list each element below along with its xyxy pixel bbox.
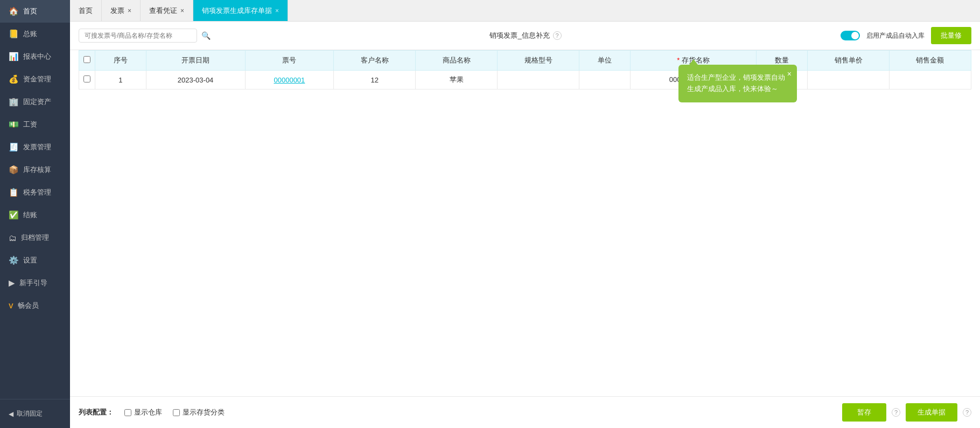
table-row: 1 2023-03-04 00000001 12 苹果 000001 苹果 个 … (79, 71, 971, 89)
tab-inventory-slip-close[interactable]: × (275, 7, 279, 15)
sidebar-item-archive[interactable]: 🗂 归档管理 (0, 226, 70, 249)
settings-icon: ⚙️ (9, 256, 19, 265)
footer-left: 列表配置： 显示仓库 显示存货分类 (79, 408, 225, 417)
checkout-icon: ✅ (9, 210, 19, 220)
toolbar-center: 销项发票_信息补充 ? (489, 31, 561, 40)
sidebar-item-funds[interactable]: 💰 资金管理 (0, 68, 70, 91)
sidebar-item-assets[interactable]: 🏢 固定资产 (0, 91, 70, 113)
cell-spec (498, 71, 579, 89)
cell-product: 苹果 (416, 71, 498, 89)
save-button[interactable]: 暂存 (842, 403, 886, 422)
cell-seq: 1 (95, 71, 146, 89)
toolbar-right: 启用产成品自动入库 批量修 (841, 27, 971, 44)
tab-inventory-slip[interactable]: 销项发票生成库存单据 × (193, 0, 288, 21)
cell-unit-price (808, 71, 890, 89)
sidebar-bottom: ◀ 取消固定 (0, 399, 70, 428)
sidebar-item-tax[interactable]: 📋 税务管理 (0, 181, 70, 204)
vip-icon: V (9, 302, 13, 310)
cancel-fixed-button[interactable]: ◀ 取消固定 (0, 404, 70, 424)
sidebar-item-inventory[interactable]: 📦 库存核算 (0, 158, 70, 181)
tab-voucher-close[interactable]: × (180, 7, 184, 15)
generate-button[interactable]: 生成单据 (906, 403, 957, 422)
reports-icon: 📊 (9, 52, 19, 61)
col-product: 商品名称 (416, 51, 498, 71)
batch-edit-button[interactable]: 批量修 (931, 27, 971, 44)
search-input[interactable] (79, 29, 197, 43)
cell-amount (889, 71, 971, 89)
tab-voucher[interactable]: 查看凭证 × (141, 0, 193, 21)
page-content: 🔍 销项发票_信息补充 ? 启用产成品自动入库 批量修 (70, 22, 980, 428)
main-content: 首页 发票 × 查看凭证 × 销项发票生成库存单据 × 🔍 销项发票_信息补充 … (70, 0, 980, 428)
select-all-checkbox[interactable] (83, 56, 90, 63)
tax-icon: 📋 (9, 188, 19, 197)
col-customer: 客户名称 (334, 51, 416, 71)
col-unit: 单位 (579, 51, 631, 71)
tab-invoice-close[interactable]: × (128, 7, 131, 15)
cell-unit (579, 71, 631, 89)
sidebar: 🏠 首页 📒 总账 📊 报表中心 💰 资金管理 🏢 固定资产 💵 工资 🧾 发票… (0, 0, 70, 428)
archive-icon: 🗂 (9, 233, 17, 243)
row-checkbox[interactable] (83, 75, 90, 82)
table-container: 序号 开票日期 票号 客户名称 商品名称 规格型号 单位 存货名称 数量 销售单… (70, 50, 980, 396)
assets-icon: 🏢 (9, 97, 19, 107)
cell-date: 2023-03-04 (146, 71, 245, 89)
sidebar-item-reports[interactable]: 📊 报表中心 (0, 45, 70, 68)
data-table: 序号 开票日期 票号 客户名称 商品名称 规格型号 单位 存货名称 数量 销售单… (79, 50, 971, 89)
cell-ticket-no[interactable]: 00000001 (245, 71, 334, 89)
sidebar-item-ledger[interactable]: 📒 总账 (0, 23, 70, 45)
generate-help-icon[interactable]: ? (963, 408, 971, 417)
col-date: 开票日期 (146, 51, 245, 71)
funds-icon: 💰 (9, 74, 19, 84)
footer-right: 暂存 ? 生成单据 ? (842, 403, 971, 422)
search-icon: 🔍 (201, 31, 211, 40)
cell-customer: 12 (334, 71, 416, 89)
col-ticket-no: 票号 (245, 51, 334, 71)
sidebar-item-salary[interactable]: 💵 工资 (0, 113, 70, 136)
col-spec: 规格型号 (498, 51, 579, 71)
toolbar-left: 🔍 (79, 29, 211, 43)
show-category-checkbox[interactable] (173, 409, 180, 416)
col-seq: 序号 (95, 51, 146, 71)
show-warehouse-checkbox[interactable] (124, 409, 131, 416)
guide-icon: ▶ (9, 278, 15, 288)
tooltip-arrow (689, 59, 698, 65)
sidebar-item-checkout[interactable]: ✅ 结账 (0, 204, 70, 226)
sidebar-item-home[interactable]: 🏠 首页 (0, 0, 70, 23)
info-help-icon[interactable]: ? (553, 31, 562, 40)
ledger-icon: 📒 (9, 29, 19, 39)
tab-home[interactable]: 首页 (70, 0, 102, 21)
toolbar: 🔍 销项发票_信息补充 ? 启用产成品自动入库 批量修 (70, 22, 980, 50)
cancel-fixed-icon: ◀ (9, 410, 13, 418)
tooltip-overlay: × 适合生产型企业，销项发票自动生成产成品入库，快来体验～ (678, 65, 797, 102)
save-help-icon[interactable]: ? (892, 408, 900, 417)
sidebar-item-settings[interactable]: ⚙️ 设置 (0, 249, 70, 272)
home-icon: 🏠 (9, 6, 19, 16)
footer: 列表配置： 显示仓库 显示存货分类 暂存 ? 生成单据 ? (70, 396, 980, 428)
select-all-header[interactable] (79, 51, 95, 71)
sidebar-item-guide[interactable]: ▶ 新手引导 (0, 272, 70, 294)
tab-invoice[interactable]: 发票 × (102, 0, 141, 21)
invoice-mgmt-icon: 🧾 (9, 142, 19, 152)
salary-icon: 💵 (9, 120, 19, 129)
inventory-icon: 📦 (9, 165, 19, 175)
show-warehouse-item: 显示仓库 (124, 408, 162, 417)
auto-storage-toggle[interactable] (841, 31, 860, 40)
show-category-item: 显示存货分类 (173, 408, 225, 417)
col-unit-price: 销售单价 (808, 51, 890, 71)
tab-bar: 首页 发票 × 查看凭证 × 销项发票生成库存单据 × (70, 0, 980, 22)
tooltip-close-button[interactable]: × (787, 68, 792, 80)
col-amount: 销售金额 (889, 51, 971, 71)
sidebar-item-invoice-mgmt[interactable]: 🧾 发票管理 (0, 136, 70, 158)
sidebar-item-vip[interactable]: V 畅会员 (0, 294, 70, 317)
row-checkbox-cell[interactable] (79, 71, 95, 89)
